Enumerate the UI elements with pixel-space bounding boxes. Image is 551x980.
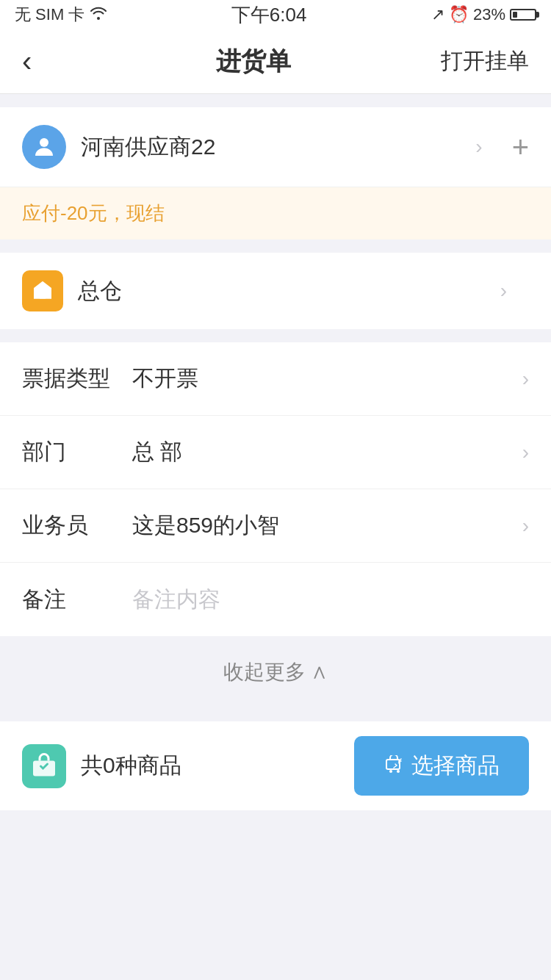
notice-text: 应付-20元，现结 [22,202,165,224]
svg-rect-3 [386,760,400,769]
empty-area [0,810,551,980]
svg-rect-1 [40,291,46,299]
shopping-bag-icon [31,753,57,779]
svg-point-0 [40,138,48,147]
add-button[interactable]: + [512,131,529,164]
remark-row[interactable]: 备注 备注内容 [0,563,551,636]
salesman-chevron-icon: › [522,514,529,538]
remark-input[interactable]: 备注内容 [118,585,529,615]
department-chevron-icon: › [522,441,529,464]
product-count-label: 共0种商品 [81,751,354,781]
cart-icon [383,754,404,778]
warehouse-chevron-icon: › [500,279,507,303]
bottom-bar: 共0种商品 选择商品 [0,721,551,810]
status-bar: 无 SIM 卡 下午6:04 ↗ ⏰ 23% [0,0,551,29]
salesman-row[interactable]: 业务员 这是859的小智 › [0,489,551,563]
warehouse-building-icon [31,279,54,303]
select-product-button[interactable]: 选择商品 [354,736,529,796]
back-button[interactable]: ‹ [22,45,66,78]
status-time: 下午6:04 [231,2,307,28]
location-icon: ↗ [431,5,444,24]
select-btn-label: 选择商品 [411,751,500,781]
department-row[interactable]: 部门 总 部 › [0,416,551,489]
status-right: ↗ ⏰ 23% [431,5,536,24]
salesman-label: 业务员 [22,511,118,541]
invoice-chevron-icon: › [522,367,529,391]
nav-bar: ‹ 进货单 打开挂单 [0,29,551,94]
warehouse-icon-bg [22,270,63,311]
person-icon [31,134,57,160]
notice-bar: 应付-20元，现结 [0,187,551,239]
invoice-label: 票据类型 [22,364,118,394]
section-divider-1 [0,94,551,107]
product-icon-bg [22,744,66,788]
supplier-name: 河南供应商22 [81,132,475,162]
page-title: 进货单 [216,45,291,79]
alarm-icon: ⏰ [449,5,469,24]
supplier-section: 河南供应商22 › + 应付-20元，现结 [0,107,551,239]
collapse-button[interactable]: 收起更多 ∧ [0,636,551,708]
salesman-value: 这是859的小智 [118,511,522,541]
status-left: 无 SIM 卡 [15,4,107,26]
battery-percent: 23% [473,5,505,24]
department-label: 部门 [22,437,118,467]
department-value: 总 部 [118,437,522,467]
svg-point-5 [397,770,400,773]
supplier-avatar [22,125,66,169]
open-pending-button[interactable]: 打开挂单 [441,46,529,76]
invoice-row[interactable]: 票据类型 不开票 › [0,342,551,416]
warehouse-section: 总仓 › [0,253,551,329]
carrier-label: 无 SIM 卡 [15,4,84,26]
invoice-value: 不开票 [118,364,522,394]
supplier-chevron-icon: › [475,135,482,159]
supplier-row[interactable]: 河南供应商22 › + [0,107,551,187]
battery-icon [510,9,536,21]
remark-label: 备注 [22,585,118,615]
svg-point-4 [389,770,392,773]
warehouse-name: 总仓 [78,276,500,306]
wifi-icon [90,5,107,24]
warehouse-row[interactable]: 总仓 › [0,253,551,329]
form-section: 票据类型 不开票 › 部门 总 部 › 业务员 这是859的小智 › 备注 备注… [0,342,551,636]
